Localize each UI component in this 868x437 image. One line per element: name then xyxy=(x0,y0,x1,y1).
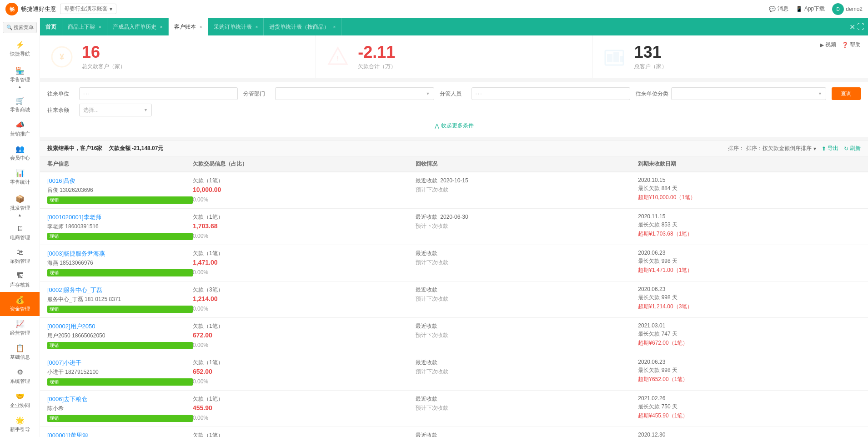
debt-amount-5[interactable]: 652.00 xyxy=(193,368,416,375)
overdue-link-2[interactable]: 超期¥1,471.00（1笔） xyxy=(638,266,861,274)
table-row: [0007]小进干 小进干 18279152100 现销 欠款（1笔） 652.… xyxy=(40,354,868,391)
search-button[interactable]: 查询 xyxy=(832,87,861,100)
inventory-icon: 🏗 xyxy=(16,272,24,280)
close-tab-production-history[interactable]: × xyxy=(160,25,163,30)
collection-info-7: 最近收款 预计下次收款 xyxy=(416,432,638,437)
customer-name-2[interactable]: [0003]畅捷服务尹海燕 xyxy=(47,250,193,258)
overdue-link-4[interactable]: 超期¥672.00（1笔） xyxy=(638,339,861,347)
quick-nav-icon: ⚡ xyxy=(15,40,25,49)
export-btn[interactable]: ⬆ 导出 xyxy=(822,145,838,152)
retail-stats-icon: 📊 xyxy=(15,169,25,177)
sidebar-item-purchase-management[interactable]: 🛍 采购管理 xyxy=(0,245,40,268)
close-tab-purchase-stats[interactable]: × xyxy=(333,25,336,30)
collection-info-6: 最近收款 预计下次收款 xyxy=(416,395,638,412)
sort-selector[interactable]: 排序： 排序：按欠款金额倒序排序 ▾ xyxy=(728,145,816,152)
tab-product-shelves[interactable]: 商品上下架 × xyxy=(62,18,107,35)
sidebar-item-retail-management[interactable]: 🏪 零售管理 ▲ xyxy=(0,63,40,93)
tab-home[interactable]: 首页 xyxy=(40,18,62,35)
overdue-days-1: 最长欠款 853 天 xyxy=(638,221,861,229)
dept-input[interactable] xyxy=(275,87,434,100)
customer-name-5[interactable]: [0007]小进干 xyxy=(47,359,193,367)
collapse-btn[interactable]: ⋀ 收起更多条件 xyxy=(47,120,861,131)
th-customer-info: 客户信息 xyxy=(47,160,193,168)
purchase-mgmt-icon: 🛍 xyxy=(16,248,24,256)
debt-amount-label: 欠款合计（万） xyxy=(358,63,396,70)
debt-count-1: 欠款（1笔） xyxy=(193,213,416,221)
industry-selector[interactable]: 母婴行业演示账套 ▾ xyxy=(60,4,116,14)
debt-percent-6: 0.00% xyxy=(193,415,416,421)
sidebar-item-inventory[interactable]: 🏗 库存核算 xyxy=(0,268,40,292)
video-btn[interactable]: ▶ 视频 xyxy=(820,41,836,49)
overdue-info-0: 2020.10.15 最长欠款 884 天 超期¥10,000.00（1笔） xyxy=(638,177,861,201)
sidebar-item-quick-nav[interactable]: ⚡ 快捷导航 xyxy=(0,37,40,61)
debt-amount-6[interactable]: 455.90 xyxy=(193,404,416,412)
overdue-link-5[interactable]: 超期¥652.00（1笔） xyxy=(638,376,861,383)
overdue-link-3[interactable]: 超期¥1,214.00（3笔） xyxy=(638,303,861,311)
maximize-btn[interactable]: ⛶ xyxy=(857,23,864,31)
customer-phone-2: 海燕 18513066976 xyxy=(47,259,193,267)
person-input[interactable]: ··· xyxy=(472,87,630,100)
debt-amount-4[interactable]: 672.00 xyxy=(193,332,416,339)
debt-info-2: 欠款（1笔） 1,471.00 0.00% xyxy=(193,250,416,276)
customer-phone-0: 吕俊 13026203696 xyxy=(47,186,193,194)
customer-name-0[interactable]: [0016]吕俊 xyxy=(47,177,193,185)
from-unit-input[interactable]: ··· xyxy=(79,87,238,100)
tab-bar: 首页 商品上下架 × 产成品入库单历史 × 客户账本 × 采购订单统计表 × 进… xyxy=(40,18,868,35)
debt-percent-3: 0.00% xyxy=(193,306,416,312)
debt-amount-2[interactable]: 1,471.00 xyxy=(193,259,416,266)
debt-amount-0[interactable]: 10,000.00 xyxy=(193,186,416,193)
sidebar-item-operations[interactable]: 📈 经营管理 xyxy=(0,316,40,340)
overdue-days-2: 最长欠款 998 天 xyxy=(638,257,861,265)
tab-customer-account[interactable]: 客户账本 × xyxy=(169,18,208,35)
debt-customers-info: 16 总欠款客户（家） xyxy=(82,43,125,70)
customer-name-1[interactable]: [0001020001]李老师 xyxy=(47,213,193,221)
sidebar-item-marketing[interactable]: 📣 营销推广 xyxy=(0,117,40,141)
sidebar-item-retail-mall[interactable]: 🛒 零售商城 xyxy=(0,93,40,117)
tab-purchase-orders[interactable]: 采购订单统计表 × xyxy=(208,18,264,35)
sidebar-item-new-guide[interactable]: 🌟 新手引导 xyxy=(0,412,40,437)
customer-name-3[interactable]: [0002]服务中心_丁磊 xyxy=(47,286,193,294)
sidebar-item-ecommerce[interactable]: 🖥 电商管理 xyxy=(0,221,40,245)
tab-purchase-stats[interactable]: 进货单统计表（按商品） × xyxy=(264,18,341,35)
overdue-link-1[interactable]: 超期¥1,703.68（1笔） xyxy=(638,230,861,238)
refresh-btn[interactable]: ↻ 刷新 xyxy=(844,145,861,152)
customer-info-4: [000002]用户2050 用户2050 18665062050 现销 xyxy=(47,322,193,349)
result-actions: 排序： 排序：按欠款金额倒序排序 ▾ ⬆ 导出 ↻ 刷新 xyxy=(728,145,861,152)
balance-input[interactable]: 选择... xyxy=(79,104,152,116)
debt-count-2: 欠款（1笔） xyxy=(193,250,416,257)
close-tab-purchase-orders[interactable]: × xyxy=(256,25,258,30)
debt-amount-3[interactable]: 1,214.00 xyxy=(193,295,416,302)
close-tab-customer-account[interactable]: × xyxy=(200,25,202,30)
debt-percent-0: 0.00% xyxy=(193,196,416,203)
sidebar-item-system[interactable]: ⚙ 系统管理 xyxy=(0,364,40,388)
sidebar-item-retail-stats[interactable]: 📊 零售统计 xyxy=(0,165,40,189)
overdue-date-1: 2020.11.15 xyxy=(638,213,861,220)
overdue-date-5: 2020.06.23 xyxy=(638,359,861,365)
customer-name-4[interactable]: [000002]用户2050 xyxy=(47,322,193,331)
help-btn[interactable]: ❓ 帮助 xyxy=(842,41,861,49)
app-download-btn[interactable]: 📱 App下载 xyxy=(796,5,825,13)
debt-amount-1[interactable]: 1,703.68 xyxy=(193,222,416,230)
logo-area: 畅 畅捷通好生意 xyxy=(5,3,56,15)
sidebar-item-capital[interactable]: 💰 资金管理 xyxy=(0,292,40,316)
unit-class-input[interactable] xyxy=(671,87,826,100)
sidebar-item-batch-management[interactable]: 📦 批发管理 ▲ xyxy=(0,191,40,221)
from-unit-label: 往来单位 xyxy=(47,90,76,98)
customer-name-7[interactable]: [000001]黄思源 xyxy=(47,432,193,437)
close-all-tabs-btn[interactable]: ✕ xyxy=(849,23,855,31)
customer-name-6[interactable]: [0006]去下粮仓 xyxy=(47,395,193,403)
message-btn[interactable]: 💬 消息 xyxy=(769,5,788,13)
overdue-link-0[interactable]: 超期¥10,000.00（1笔） xyxy=(638,194,861,201)
filter-row-1: 往来单位 ··· 分管部门 分管人员 ··· xyxy=(47,87,861,100)
sidebar-item-basic-info[interactable]: 📋 基础信息 xyxy=(0,340,40,364)
batch-mgmt-icon: 📦 xyxy=(15,195,25,203)
close-tab-product-shelves[interactable]: × xyxy=(99,25,101,30)
sidebar-item-enterprise-collab[interactable]: 🤝 企业协同 xyxy=(0,388,40,412)
debt-info-6: 欠款（1笔） 455.90 0.00% xyxy=(193,395,416,421)
filter-dept: 分管部门 xyxy=(243,87,434,100)
search-menu-btn[interactable]: 🔍 搜索菜单 xyxy=(3,22,37,33)
sidebar-item-member-center[interactable]: 👥 会员中心 xyxy=(0,141,40,165)
user-avatar[interactable]: D demo2 xyxy=(832,3,863,15)
overdue-link-6[interactable]: 超期¥455.90（1笔） xyxy=(638,412,861,420)
tab-production-history[interactable]: 产成品入库单历史 × xyxy=(107,18,169,35)
